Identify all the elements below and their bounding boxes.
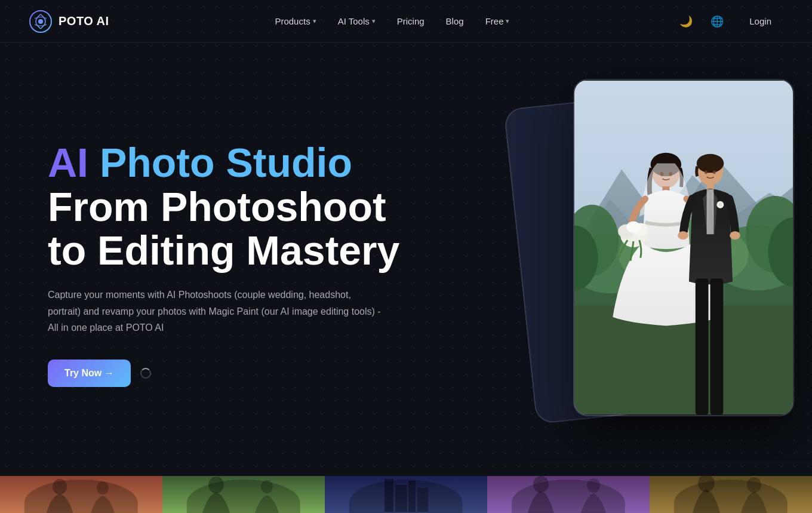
gallery-thumb-2[interactable] [162, 476, 325, 513]
navbar: POTO AI Products ▾ AI Tools ▾ Pricing Bl… [0, 0, 812, 43]
nav-right: 🌙 🌐 Login [675, 11, 783, 32]
logo-icon [29, 10, 53, 33]
svg-point-16 [660, 172, 663, 176]
svg-point-51 [747, 477, 761, 493]
theme-toggle-button[interactable]: 🌙 [675, 11, 697, 32]
gallery-thumb-3[interactable] [325, 476, 487, 513]
nav-links: Products ▾ AI Tools ▾ Pricing Blog Free … [266, 11, 518, 31]
svg-rect-41 [325, 476, 487, 513]
svg-rect-35 [0, 476, 162, 513]
chevron-down-icon: ▾ [313, 17, 316, 25]
svg-rect-38 [162, 476, 325, 513]
hero-title: AI Photo Studio From Photoshoot to Editi… [48, 141, 442, 272]
nav-aitools[interactable]: AI Tools ▾ [330, 11, 384, 31]
language-button[interactable]: 🌐 [706, 11, 728, 32]
svg-rect-49 [650, 476, 812, 513]
gallery-thumb-5[interactable] [650, 476, 812, 513]
svg-rect-45 [417, 488, 428, 512]
globe-icon: 🌐 [710, 15, 724, 28]
svg-rect-42 [385, 479, 393, 512]
svg-point-24 [697, 154, 724, 173]
moon-icon: 🌙 [679, 15, 693, 28]
wedding-photo-svg [574, 80, 793, 415]
svg-rect-33 [696, 278, 709, 414]
svg-point-22 [626, 221, 641, 233]
title-studio: Studio [226, 140, 352, 185]
loading-indicator [140, 368, 151, 379]
title-line3: to Editing Mastery [48, 229, 442, 272]
svg-point-30 [718, 203, 722, 207]
svg-point-32 [730, 231, 740, 239]
hero-image [555, 79, 812, 425]
title-line2: From Photoshoot [48, 185, 442, 229]
svg-point-36 [53, 479, 67, 494]
nav-pricing[interactable]: Pricing [389, 11, 433, 31]
brand-logo[interactable]: POTO AI [29, 10, 109, 33]
gallery-thumb-4[interactable] [487, 476, 650, 513]
svg-point-47 [533, 476, 549, 493]
svg-point-31 [678, 231, 688, 239]
svg-point-50 [698, 476, 715, 492]
svg-point-26 [713, 170, 716, 174]
nav-free[interactable]: Free ▾ [477, 11, 518, 31]
svg-point-1 [38, 19, 43, 24]
chevron-down-icon: ▾ [372, 17, 376, 25]
login-button[interactable]: Login [737, 11, 783, 31]
gallery-thumb-1[interactable] [0, 476, 162, 513]
svg-point-40 [261, 480, 273, 493]
svg-rect-46 [487, 476, 650, 513]
chevron-down-icon: ▾ [506, 17, 509, 25]
svg-rect-43 [395, 485, 407, 512]
svg-point-39 [208, 477, 224, 493]
nav-products[interactable]: Products ▾ [266, 11, 324, 31]
svg-rect-34 [710, 278, 724, 414]
photo-card [573, 79, 794, 416]
try-now-button[interactable]: Try Now → [48, 360, 131, 387]
brand-name: POTO AI [59, 14, 109, 28]
svg-point-48 [587, 478, 600, 493]
svg-rect-44 [408, 481, 416, 512]
svg-point-37 [97, 481, 109, 494]
svg-point-25 [705, 170, 708, 174]
svg-point-17 [669, 172, 672, 176]
gallery-strip [0, 476, 812, 513]
nav-blog[interactable]: Blog [438, 11, 472, 31]
title-photo: Photo [100, 140, 226, 185]
hero-description: Capture your moments with AI Photoshoots… [48, 287, 382, 336]
hero-section: AI Photo Studio From Photoshoot to Editi… [0, 43, 812, 461]
title-ai: AI [48, 140, 88, 185]
hero-content: AI Photo Studio From Photoshoot to Editi… [48, 129, 442, 387]
